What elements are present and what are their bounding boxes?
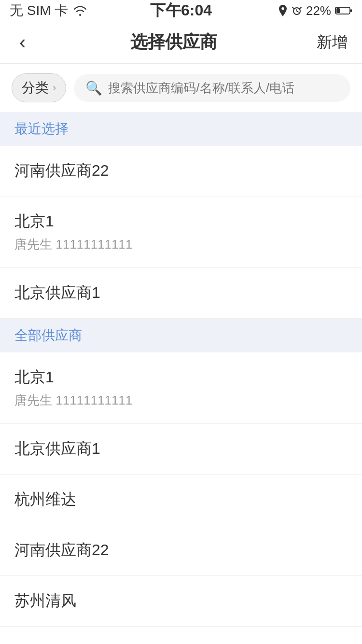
search-input[interactable]: [108, 81, 339, 96]
battery-icon: [335, 6, 352, 15]
back-button[interactable]: ‹: [14, 27, 30, 58]
list-item[interactable]: 河南供应商22: [0, 146, 362, 196]
svg-rect-2: [336, 8, 340, 13]
battery-text: 22%: [306, 3, 331, 18]
list-item[interactable]: 苏州清风: [0, 576, 362, 627]
list-item[interactable]: 北京供应商1: [0, 268, 362, 319]
supplier-name: 北京供应商1: [14, 282, 348, 304]
supplier-name: 北京供应商1: [14, 438, 348, 460]
category-button[interactable]: 分类 ›: [12, 73, 66, 102]
supplier-contact: 唐先生 11111111111: [14, 392, 348, 409]
recent-list: 河南供应商22北京1唐先生 11111111111北京供应商1: [0, 146, 362, 319]
supplier-name: 北京1: [14, 211, 348, 232]
all-section-header: 全部供应商: [0, 319, 362, 352]
list-item[interactable]: 北京1唐先生 11111111111: [0, 352, 362, 424]
supplier-contact: 唐先生 11111111111: [14, 236, 348, 253]
status-time: 下午6:04: [150, 0, 212, 21]
nav-bar: ‹ 选择供应商 新增: [0, 21, 362, 64]
list-item[interactable]: 北京1唐先生 11111111111: [0, 196, 362, 268]
status-bar: 无 SIM 卡 下午6:04 22%: [0, 0, 362, 21]
list-item[interactable]: 河南供应商22: [0, 525, 362, 576]
status-right: 22%: [278, 3, 352, 18]
add-button[interactable]: 新增: [317, 32, 348, 53]
filter-bar: 分类 › 🔍: [0, 64, 362, 112]
search-box: 🔍: [74, 74, 350, 102]
wifi-icon: [73, 5, 87, 16]
recent-section-header: 最近选择: [0, 112, 362, 146]
page-title: 选择供应商: [130, 30, 217, 54]
status-left: 无 SIM 卡: [10, 1, 87, 20]
supplier-name: 河南供应商22: [14, 160, 348, 182]
all-list: 北京1唐先生 11111111111北京供应商1杭州维达河南供应商22苏州清风: [0, 352, 362, 627]
svg-rect-3: [350, 9, 352, 12]
search-icon: 🔍: [85, 80, 102, 96]
location-icon: [278, 5, 288, 16]
category-label: 分类: [22, 79, 49, 97]
supplier-name: 河南供应商22: [14, 540, 348, 561]
supplier-name: 苏州清风: [14, 590, 348, 612]
supplier-name: 北京1: [14, 367, 348, 388]
list-item[interactable]: 北京供应商1: [0, 424, 362, 475]
alarm-icon: [292, 5, 302, 16]
supplier-name: 杭州维达: [14, 489, 348, 510]
chevron-right-icon: ›: [53, 82, 56, 94]
list-item[interactable]: 杭州维达: [0, 475, 362, 525]
carrier-text: 无 SIM 卡: [10, 1, 68, 20]
